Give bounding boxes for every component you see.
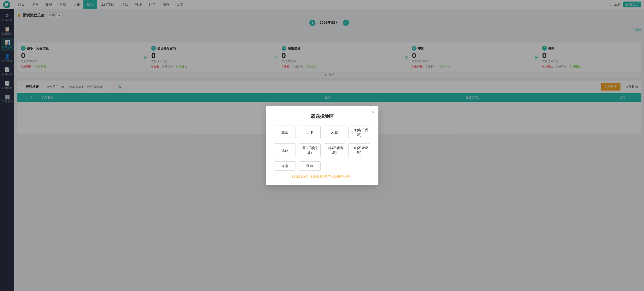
modal-close-button[interactable]: × — [372, 109, 374, 115]
region-zhejiang[interactable]: 浙江(不含宁波) — [299, 143, 321, 157]
region-guangdong[interactable]: 广东(不含深圳) — [348, 143, 370, 157]
modal-overlay[interactable]: × 请选择地区 北京 天津 河北 上海(电子税局) 江苏 浙江(不含宁波) 山东… — [0, 0, 644, 291]
region-shandong[interactable]: 山东(不含青岛) — [324, 143, 345, 157]
region-beijing[interactable]: 北京 — [274, 126, 296, 139]
modal: × 请选择地区 北京 天津 河北 上海(电子税局) 江苏 浙江(不含宁波) 山东… — [266, 106, 378, 185]
region-hainan[interactable]: 海南 — [274, 161, 296, 171]
region-grid-row3: 海南 云南 — [274, 161, 370, 171]
region-tianjin[interactable]: 天津 — [299, 126, 321, 139]
region-yunnan[interactable]: 云南 — [299, 161, 321, 171]
modal-title: 请选择地区 — [274, 113, 370, 119]
warning-icon: ℹ — [292, 175, 293, 178]
region-hebei[interactable]: 河北 — [324, 126, 345, 139]
modal-warning: ℹ 除以上地区外其他地区暂不支持报税检查！ — [274, 175, 370, 179]
region-jiangsu[interactable]: 江苏 — [274, 143, 296, 157]
region-shanghai[interactable]: 上海(电子税局) — [348, 126, 370, 139]
region-grid-row1: 北京 天津 河北 上海(电子税局) — [274, 126, 370, 139]
region-grid-row2: 江苏 浙江(不含宁波) 山东(不含青岛) 广东(不含深圳) — [274, 143, 370, 157]
